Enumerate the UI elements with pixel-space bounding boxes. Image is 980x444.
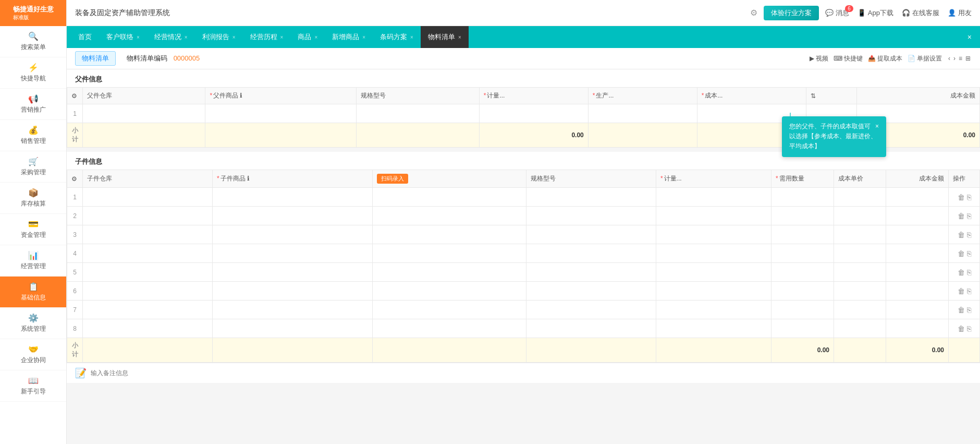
tab-goods[interactable]: 商品× xyxy=(290,26,325,48)
child-row-1-unit-cost[interactable] xyxy=(834,188,886,207)
message-action[interactable]: 💬 消息 6 xyxy=(825,8,849,18)
sidebar-item-finance[interactable]: 💳 资金管理 xyxy=(0,214,66,245)
child-row-7-qty[interactable] xyxy=(771,301,834,319)
copy-icon-8[interactable]: ⎘ xyxy=(967,325,971,333)
child-row-2-goods[interactable] xyxy=(213,207,373,225)
sidebar-item-search-menu[interactable]: 🔍 搜索菜单 xyxy=(0,26,66,57)
copy-icon-5[interactable]: ⎘ xyxy=(967,268,971,277)
sidebar-item-operation[interactable]: 📊 经营管理 xyxy=(0,245,66,277)
copy-icon-4[interactable]: ⎘ xyxy=(967,249,971,258)
copy-icon-1[interactable]: ⎘ xyxy=(967,193,971,201)
sidebar-item-marketing[interactable]: 📢 营销推广 xyxy=(0,89,66,120)
child-row-7-spec[interactable] xyxy=(526,301,656,319)
online-service-action[interactable]: 🎧 在线客服 xyxy=(902,8,939,18)
child-row-8-goods[interactable] xyxy=(213,319,373,338)
child-row-2-warehouse[interactable] xyxy=(83,207,213,225)
child-row-6-qty[interactable] xyxy=(771,282,834,301)
child-row-6-unit[interactable] xyxy=(656,282,771,301)
copy-icon-6[interactable]: ⎘ xyxy=(967,287,971,295)
child-row-5-goods[interactable] xyxy=(213,263,373,282)
video-action[interactable]: ▶ 视频 xyxy=(810,54,828,63)
child-row-6-warehouse[interactable] xyxy=(83,282,213,301)
tab-customer[interactable]: 客户联络× xyxy=(99,26,147,48)
child-row-2-unit-cost[interactable] xyxy=(834,207,886,225)
copy-icon-7[interactable]: ⎘ xyxy=(967,306,971,314)
user-action[interactable]: 👤 用友 xyxy=(948,8,972,18)
child-row-4-unit[interactable] xyxy=(656,244,771,263)
copy-icon-2[interactable]: ⎘ xyxy=(967,212,971,220)
child-row-1-warehouse[interactable] xyxy=(83,188,213,207)
tab-business[interactable]: 经营情况× xyxy=(147,26,195,48)
close-all-tabs-icon[interactable]: × xyxy=(963,33,976,41)
child-row-8-amount[interactable] xyxy=(886,319,949,338)
child-row-1-unit[interactable] xyxy=(656,188,771,207)
child-row-5-unit[interactable] xyxy=(656,263,771,282)
scan-input-btn[interactable]: 扫码录入 xyxy=(377,174,408,184)
tab-profit[interactable]: 利润报告× xyxy=(195,26,243,48)
parent-row-1-goods[interactable] xyxy=(205,104,357,123)
menu-icon[interactable]: ≡ xyxy=(958,55,963,62)
subtab-bom-list[interactable]: 物料清单 xyxy=(75,51,116,66)
child-row-7-unit-cost[interactable] xyxy=(834,301,886,319)
child-row-2-qty[interactable] xyxy=(771,207,834,225)
experience-btn[interactable]: 体验行业方案 xyxy=(764,6,819,20)
child-row-8-unit[interactable] xyxy=(656,319,771,338)
copy-icon-3[interactable]: ⎘ xyxy=(967,231,971,239)
shortcut-action[interactable]: ⌨ 快捷键 xyxy=(834,54,863,63)
child-row-8-unit-cost[interactable] xyxy=(834,319,886,338)
bill-settings-action[interactable]: 📄 单据设置 xyxy=(908,54,942,63)
parent-row-1-spec[interactable] xyxy=(357,104,479,123)
app-download-action[interactable]: 📱 App下载 xyxy=(858,8,893,18)
child-row-4-amount[interactable] xyxy=(886,244,949,263)
sidebar-item-inventory[interactable]: 📦 库存核算 xyxy=(0,183,66,214)
sidebar-item-purchase[interactable]: 🛒 采购管理 xyxy=(0,151,66,183)
delete-icon-4[interactable]: 🗑 xyxy=(958,249,965,258)
tab-history[interactable]: 经营历程× xyxy=(243,26,291,48)
child-row-4-qty[interactable] xyxy=(771,244,834,263)
child-row-7-goods[interactable] xyxy=(213,301,373,319)
delete-icon-6[interactable]: 🗑 xyxy=(958,287,965,295)
child-row-3-unit[interactable] xyxy=(656,225,771,244)
child-row-4-goods[interactable] xyxy=(213,244,373,263)
child-row-6-unit-cost[interactable] xyxy=(834,282,886,301)
child-row-4-spec[interactable] xyxy=(526,244,656,263)
child-row-6-spec[interactable] xyxy=(526,282,656,301)
parent-col-settings[interactable]: ⚙ xyxy=(67,88,83,104)
child-row-6-goods[interactable] xyxy=(213,282,373,301)
sidebar-item-system[interactable]: ⚙️ 系统管理 xyxy=(0,308,66,339)
tab-home[interactable]: 首页 xyxy=(71,26,99,48)
child-row-4-unit-cost[interactable] xyxy=(834,244,886,263)
child-row-3-unit-cost[interactable] xyxy=(834,225,886,244)
child-row-7-unit[interactable] xyxy=(656,301,771,319)
sidebar-item-quick-nav[interactable]: ⚡ 快捷导航 xyxy=(0,57,66,89)
child-row-5-qty[interactable] xyxy=(771,263,834,282)
child-row-8-spec[interactable] xyxy=(526,319,656,338)
delete-icon-8[interactable]: 🗑 xyxy=(958,325,965,333)
gear-icon[interactable]: ⚙ xyxy=(750,8,757,18)
child-row-1-spec[interactable] xyxy=(526,188,656,207)
delete-icon-5[interactable]: 🗑 xyxy=(958,268,965,277)
tab-add-goods[interactable]: 新增商品× xyxy=(325,26,373,48)
child-row-7-warehouse[interactable] xyxy=(83,301,213,319)
parent-row-1-unit[interactable] xyxy=(479,104,588,123)
child-row-3-goods[interactable] xyxy=(213,225,373,244)
child-row-5-warehouse[interactable] xyxy=(83,263,213,282)
child-row-1-qty[interactable] xyxy=(771,188,834,207)
sidebar-item-sales[interactable]: 💰 销售管理 xyxy=(0,120,66,151)
child-row-2-spec[interactable] xyxy=(526,207,656,225)
child-row-3-amount[interactable] xyxy=(886,225,949,244)
parent-row-1-prod[interactable] xyxy=(588,104,697,123)
child-row-3-spec[interactable] xyxy=(526,225,656,244)
prev-page-btn[interactable]: ‹ xyxy=(947,55,951,62)
subtab-bom-code[interactable]: 物料清单编码 0000005 xyxy=(120,51,206,66)
child-row-1-goods[interactable] xyxy=(213,188,373,207)
child-row-7-amount[interactable] xyxy=(886,301,949,319)
delete-icon-2[interactable]: 🗑 xyxy=(958,212,965,220)
child-row-2-unit[interactable] xyxy=(656,207,771,225)
child-col-settings[interactable]: ⚙ xyxy=(67,170,83,188)
delete-icon-3[interactable]: 🗑 xyxy=(958,231,965,239)
child-row-1-amount[interactable] xyxy=(886,188,949,207)
remark-input[interactable] xyxy=(91,369,972,377)
sidebar-item-guide[interactable]: 📖 新手引导 xyxy=(0,370,66,402)
expand-icon[interactable]: ⊞ xyxy=(964,55,972,62)
